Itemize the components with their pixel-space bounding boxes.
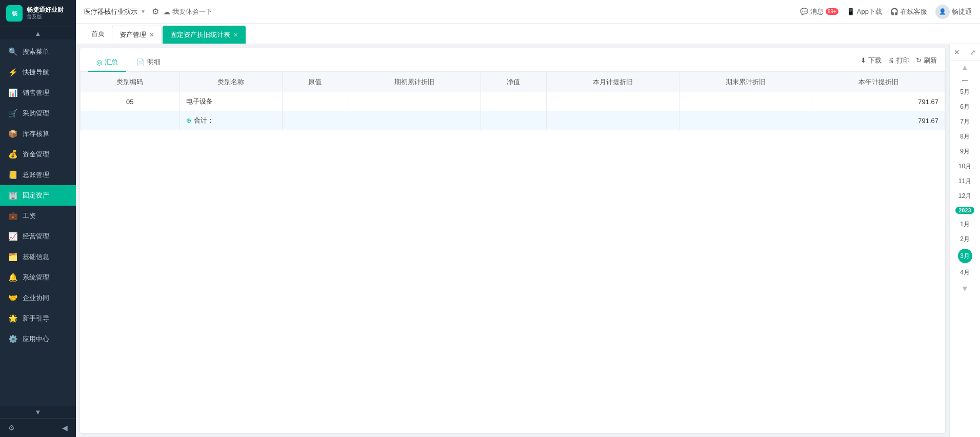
sidebar-item-label: 搜索菜单	[23, 47, 49, 56]
sidebar-item-inventory[interactable]: 📦 库存核算	[0, 124, 76, 144]
month-item-4[interactable]: 4月	[950, 265, 980, 280]
online-service-action[interactable]: 🎧 在线客服	[890, 7, 927, 16]
main-content: 医疗器械行业演示 ▼ ⚙ ☁ 我要体验一下 💬 消息 99+ 📱 App下载 🎧…	[76, 0, 980, 437]
sidebar-menu: 🔍 搜索菜单 ⚡ 快捷导航 📊 销售管理 🛒 采购管理 📦 库存核算 💰 资金管…	[0, 39, 76, 406]
refresh-label: 刷新	[924, 56, 937, 65]
subtotal-original	[282, 111, 348, 130]
settings-footer-icon[interactable]: ⚙	[8, 424, 15, 432]
sidebar-scroll-down[interactable]: ▼	[0, 406, 76, 418]
quick-nav-icon: ⚡	[8, 68, 17, 77]
sidebar-item-sales[interactable]: 📊 销售管理	[0, 83, 76, 103]
sidebar-item-quick-nav[interactable]: ⚡ 快捷导航	[0, 62, 76, 83]
scroll-up-arrow[interactable]: ▲	[950, 61, 980, 74]
table-wrapper: 类别编码 类别名称 原值 期初累计折旧 净值 本月计提折旧 期末累计折旧 本年计…	[80, 72, 945, 433]
funds-icon: 💰	[8, 150, 17, 159]
download-icon: ⬇	[861, 56, 866, 64]
sidebar-footer: ⚙ ◀	[0, 418, 76, 437]
company-name: 医疗器械行业演示	[84, 7, 137, 16]
refresh-button[interactable]: ↻ 刷新	[916, 56, 937, 65]
download-button[interactable]: ⬇ 下载	[861, 56, 882, 65]
sidebar-item-label: 快捷导航	[23, 68, 49, 77]
tab-home[interactable]: 首页	[84, 25, 112, 44]
tab-asset-mgmt-label: 资产管理	[119, 30, 146, 39]
right-panel-expand-icon[interactable]: ⤢	[968, 47, 978, 57]
table-header-row: 类别编码 类别名称 原值 期初累计折旧 净值 本月计提折旧 期末累计折旧 本年计…	[81, 72, 945, 92]
sidebar-item-app-center[interactable]: ⚙️ 应用中心	[0, 329, 76, 349]
month-item-6[interactable]: 6月	[950, 100, 980, 114]
sub-tabs-right: ⬇ 下载 🖨 打印 ↻ 刷新	[861, 56, 937, 69]
right-panel-close-icon[interactable]: ✕	[952, 47, 962, 57]
subtotal-net-value	[481, 111, 546, 130]
sidebar-item-search[interactable]: 🔍 搜索菜单	[0, 42, 76, 62]
sub-tab-summary[interactable]: ◎ 汇总	[88, 53, 126, 72]
sidebar-item-payroll[interactable]: 💼 工资	[0, 206, 76, 226]
sub-tab-detail[interactable]: 📄 明细	[128, 53, 169, 72]
month-item-12[interactable]: 12月	[950, 189, 980, 204]
payroll-icon: 💼	[8, 211, 17, 221]
month-item-10[interactable]: 10月	[950, 159, 980, 174]
page-area: ◎ 汇总 📄 明细 ⬇ 下载 🖨 打印	[76, 44, 980, 437]
month-item-3-active[interactable]: 3月	[958, 249, 972, 263]
sidebar-item-basic-info[interactable]: 🗂️ 基础信息	[0, 247, 76, 267]
sidebar-item-label: 资金管理	[23, 150, 49, 159]
month-item-1[interactable]: 1月	[950, 217, 980, 232]
sidebar-scroll-up[interactable]: ▲	[0, 27, 76, 39]
inventory-icon: 📦	[8, 129, 17, 138]
subtotal-label: ⊕ 合计：	[179, 111, 282, 130]
refresh-icon: ↻	[916, 56, 922, 64]
col-header-initial-dep: 期初累计折旧	[348, 72, 481, 92]
online-service-label: 在线客服	[901, 7, 927, 16]
scroll-down-arrow[interactable]: ▼	[950, 282, 980, 295]
month-item-2[interactable]: 2月	[950, 232, 980, 247]
month-item-11[interactable]: 11月	[950, 174, 980, 189]
sidebar-item-label: 新手引导	[23, 314, 49, 323]
guide-icon: 🌟	[8, 314, 17, 323]
print-button[interactable]: 🖨 打印	[888, 56, 910, 65]
sidebar-item-purchase[interactable]: 🛒 采购管理	[0, 103, 76, 124]
ledger-icon: 📒	[8, 170, 17, 180]
month-item-8[interactable]: 8月	[950, 129, 980, 144]
sidebar-item-enterprise[interactable]: 🤝 企业协同	[0, 288, 76, 308]
sidebar-item-ledger[interactable]: 📒 总账管理	[0, 165, 76, 185]
close-asset-mgmt-icon[interactable]: ✕	[149, 32, 154, 38]
company-selector[interactable]: 医疗器械行业演示 ▼	[84, 7, 146, 16]
print-icon: 🖨	[888, 56, 894, 64]
depreciation-table: 类别编码 类别名称 原值 期初累计折旧 净值 本月计提折旧 期末累计折旧 本年计…	[80, 72, 945, 130]
app-download-action[interactable]: 📱 App下载	[847, 7, 882, 16]
tab-home-label: 首页	[91, 29, 105, 38]
user-action[interactable]: 👤 畅捷通	[935, 5, 972, 19]
right-panel: ✕ ⤢ ▲ — 5月 6月 7月 8月 9月 10月 11月 12月 2023 …	[949, 44, 980, 437]
sidebar-item-label: 库存核算	[23, 129, 49, 138]
close-depreciation-icon[interactable]: ✕	[233, 32, 238, 38]
sidebar-item-label: 系统管理	[23, 273, 49, 282]
collapse-sidebar-icon[interactable]: ◀	[62, 424, 68, 432]
detail-tab-label: 明细	[147, 57, 161, 67]
tab-depreciation[interactable]: 固定资产折旧统计表 ✕	[163, 26, 246, 44]
col-header-yearly-dep: 本年计提折旧	[812, 72, 945, 92]
sidebar-item-operations[interactable]: 📈 经营管理	[0, 226, 76, 247]
detail-tab-icon: 📄	[136, 58, 145, 66]
row-net-value	[481, 92, 546, 111]
sidebar-item-funds[interactable]: 💰 资金管理	[0, 144, 76, 165]
row-yearly-dep: 791.67	[812, 92, 945, 111]
sidebar-item-system[interactable]: 🔔 系统管理	[0, 267, 76, 288]
subtotal-ending-dep	[679, 111, 812, 130]
basic-info-icon: 🗂️	[8, 252, 17, 262]
topbar-experience[interactable]: ☁ 我要体验一下	[163, 7, 212, 16]
experience-label: 我要体验一下	[172, 7, 212, 16]
row-ending-dep	[679, 92, 812, 111]
sidebar-item-label: 工资	[23, 211, 36, 221]
month-item-5[interactable]: 5月	[950, 85, 980, 100]
topbar-settings-icon[interactable]: ⚙	[152, 7, 159, 16]
sidebar-item-fixed-assets[interactable]: 🏢 固定资产	[0, 185, 76, 206]
service-icon: 🎧	[890, 8, 898, 15]
notification-action[interactable]: 💬 消息 99+	[800, 7, 838, 16]
sidebar-item-guide[interactable]: 🌟 新手引导	[0, 308, 76, 329]
month-item-7[interactable]: 7月	[950, 114, 980, 129]
operations-icon: 📈	[8, 232, 17, 241]
sidebar-header-text: 畅捷通好业财 普及版	[27, 6, 64, 21]
year-badge-container: 2023	[955, 204, 974, 217]
message-icon: 💬	[800, 8, 808, 15]
month-item-9[interactable]: 9月	[950, 144, 980, 159]
tab-asset-mgmt[interactable]: 资产管理 ✕	[112, 26, 162, 44]
